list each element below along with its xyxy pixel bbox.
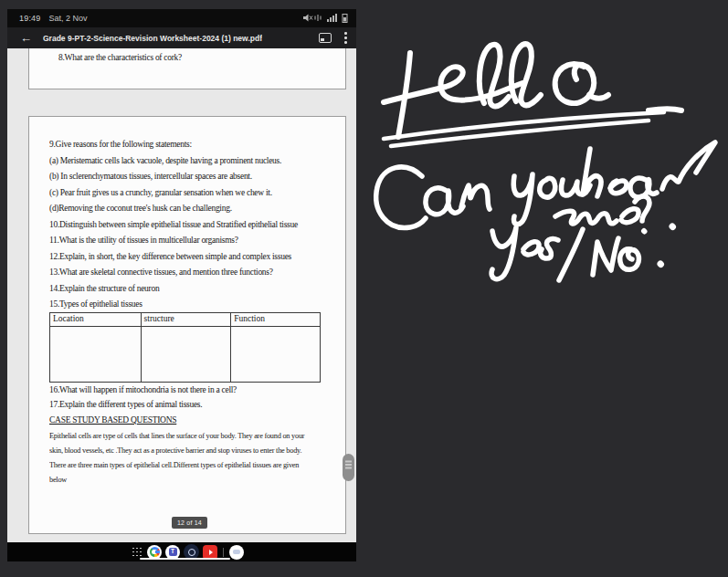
picture-in-picture-icon[interactable] xyxy=(319,33,332,43)
pdf-viewer-toolbar: ← Grade 9-PT-2-Science-Revision Workshee… xyxy=(7,27,356,48)
gesture-bar[interactable] xyxy=(140,558,230,560)
mute-icon xyxy=(303,15,312,22)
tablet-screenshot: 19:49 Sat, 2 Nov xyxy=(7,9,356,561)
table-cell-empty xyxy=(50,327,142,383)
app-drawer-icon[interactable] xyxy=(132,548,142,557)
pdf-text-line: 12.Explain, in short, the key difference… xyxy=(49,251,291,261)
signal-icon xyxy=(327,14,337,22)
battery-icon xyxy=(343,15,347,23)
overflow-menu-icon[interactable] xyxy=(344,32,347,44)
table-cell-empty xyxy=(141,327,231,383)
pdf-text-line: 13.What are skeletal connective tissues,… xyxy=(49,267,273,277)
table-header-function: Function xyxy=(231,313,321,327)
status-time: 19:49 xyxy=(19,14,41,23)
pdf-text-line: 10.Distinguish between simple epithelial… xyxy=(49,219,298,229)
taskbar: T xyxy=(7,542,356,561)
screen: 19:49 Sat, 2 Nov xyxy=(0,0,728,577)
handwriting-hello xyxy=(384,44,608,137)
pdf-text-line: 9.Give reasons for the following stateme… xyxy=(49,139,192,149)
pdf-text-line: 14.Explain the structure of neuron xyxy=(49,283,159,293)
pdf-text-line: (a) Meristematic cells lack vacuole, des… xyxy=(49,155,281,165)
handwriting-yes-no xyxy=(491,227,660,280)
pdf-page-current: 9.Give reasons for the following stateme… xyxy=(28,116,346,534)
status-icons xyxy=(302,13,350,24)
pdf-text-line: (b) In sclerenchymatous tissues, interce… xyxy=(49,171,252,181)
table-header-location: Location xyxy=(50,313,142,327)
pdf-text-line: (c) Pear fruit gives us a crunchy, granu… xyxy=(49,187,272,197)
pdf-text-line: 8.What are the characteristics of cork? xyxy=(58,52,182,62)
status-date: Sat, 2 Nov xyxy=(49,14,88,23)
table-cell-empty xyxy=(231,327,321,383)
document-title: Grade 9-PT-2-Science-Revision Worksheet-… xyxy=(43,34,262,43)
pdf-text-line: skin, blood vessels, etc .They act as a … xyxy=(49,446,301,455)
dock-divider xyxy=(223,548,224,557)
vibrate-icon xyxy=(315,15,321,21)
recent-app-icon[interactable] xyxy=(229,545,244,560)
drawing-canvas[interactable] xyxy=(358,0,728,577)
case-study-heading: CASE STUDY BASED QUESTIONS xyxy=(49,414,176,425)
pdf-text-line: below xyxy=(49,475,67,484)
pdf-page-previous: 8.What are the characteristics of cork? xyxy=(28,48,346,89)
back-button[interactable]: ← xyxy=(20,32,32,44)
status-bar: 19:49 Sat, 2 Nov xyxy=(7,9,356,27)
pdf-text-line: 15.Types of epithelial tissues xyxy=(49,299,142,309)
pdf-text-line: Epithelial cells are type of cells that … xyxy=(49,431,304,440)
epithelial-tissues-table: Location structure Function xyxy=(49,312,321,383)
pdf-viewer[interactable]: 8.What are the characteristics of cork? … xyxy=(7,48,356,542)
handwriting-me xyxy=(555,196,673,231)
pdf-text-line: 17.Explain the different types of animal… xyxy=(49,399,202,409)
pdf-text-line: (d)Removing the coconut tree's husk can … xyxy=(49,203,232,213)
page-indicator: 12 of 14 xyxy=(172,517,207,529)
handwriting-hello-underline xyxy=(384,110,681,147)
table-header-structure: structure xyxy=(141,313,231,327)
pdf-text-line: There are three main types of epithelial… xyxy=(49,460,299,469)
pdf-text-line: 11.What is the utility of tissues in mul… xyxy=(49,235,238,245)
pdf-text-line: 16.What will happen if mitochondria is n… xyxy=(49,384,237,394)
scrollbar-handle[interactable] xyxy=(343,454,354,481)
handwriting-can-you-hear xyxy=(376,142,715,227)
